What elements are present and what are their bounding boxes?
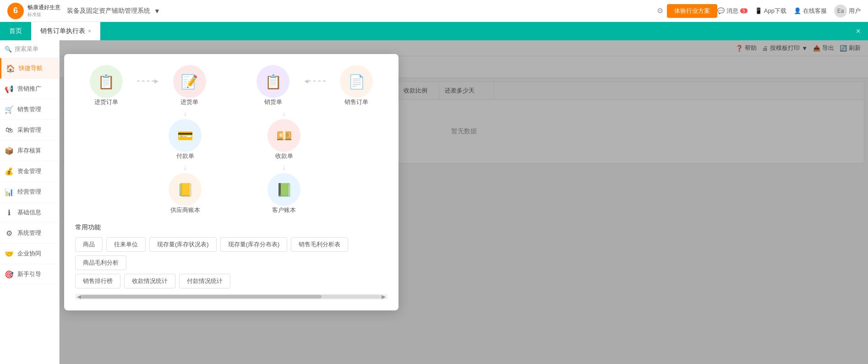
workflow-node-supplier-ledger[interactable]: 📒 供应商账本 bbox=[148, 173, 222, 214]
purchase-icon: 🛍 bbox=[5, 125, 14, 135]
finance-icon: 💰 bbox=[5, 167, 14, 176]
scroll-right-arrow[interactable]: ▶ bbox=[382, 293, 386, 300]
workflow-row-2: 💳 付款单 💴 收款单 bbox=[148, 119, 388, 160]
purchase-order-icon: 📋 bbox=[90, 65, 123, 98]
logo-area: 6 畅康通好生意 标准版 bbox=[7, 3, 67, 19]
sales-order-icon: 📄 bbox=[340, 65, 373, 98]
logo-text: 畅康通好生意 标准版 bbox=[27, 4, 60, 17]
purchase-order-label: 进货订单 bbox=[94, 98, 118, 106]
sidebar: 🔍 搜索菜单 🏠 快捷导航 📢 营销推广 🛒 销售管理 🛍 采购管理 📦 库存核… bbox=[0, 40, 60, 364]
payment-icon: 💳 bbox=[169, 119, 202, 152]
workflow-row-3: 📒 供应商账本 📗 客户账本 bbox=[148, 173, 388, 214]
close-all-tabs[interactable]: × bbox=[848, 22, 868, 40]
modal-scrollbar[interactable]: ◀ ▶ bbox=[75, 294, 388, 299]
top-header: 6 畅康通好生意 标准版 装备及固定资产辅助管理系统 ▼ ⚙ 体验行业方案 💬 … bbox=[0, 0, 868, 22]
home-icon: 🏠 bbox=[6, 64, 15, 73]
sidebar-item-system[interactable]: ⚙ 系统管理 bbox=[0, 223, 59, 244]
workflow-node-sales-doc[interactable]: 📋 销货单 bbox=[242, 65, 304, 106]
customer-ledger-icon: 📗 bbox=[267, 173, 300, 206]
common-functions-title: 常用功能 bbox=[75, 223, 388, 232]
sidebar-item-basic-info[interactable]: ℹ 基础信息 bbox=[0, 202, 59, 223]
sidebar-item-management[interactable]: 📊 经营管理 bbox=[0, 182, 59, 202]
sales-doc-label: 销货单 bbox=[264, 98, 282, 106]
purchase-doc-label: 进货单 bbox=[180, 98, 198, 106]
scroll-left-arrow[interactable]: ◀ bbox=[77, 293, 81, 300]
sidebar-item-sales[interactable]: 🛒 销售管理 bbox=[0, 99, 59, 120]
sales-doc-icon: 📋 bbox=[257, 65, 289, 98]
func-buttons-row-2: 销售排行榜 收款情况统计 付款情况统计 bbox=[75, 274, 388, 288]
workflow-modal: 📋 进货订单 ▶ 📝 bbox=[64, 54, 399, 310]
scroll-track bbox=[81, 295, 382, 299]
message-btn[interactable]: 💬 消息 5 bbox=[717, 7, 748, 15]
modal-overlay: 📋 进货订单 ▶ 📝 bbox=[60, 40, 868, 364]
nav-tabs: 首页 销售订单执行表 × × bbox=[0, 22, 868, 40]
sidebar-item-guide[interactable]: 🎯 新手引导 bbox=[0, 264, 59, 285]
workflow-node-receipt[interactable]: 💴 收款单 bbox=[247, 119, 321, 160]
chevron-down-icon[interactable]: ▼ bbox=[154, 7, 160, 15]
collab-icon: 🤝 bbox=[5, 249, 14, 258]
workflow-node-purchase-order[interactable]: 📋 进货订单 bbox=[75, 65, 137, 106]
message-icon: 💬 bbox=[717, 7, 725, 14]
download-icon: 📱 bbox=[755, 7, 762, 14]
user-avatar: Ea bbox=[834, 5, 847, 17]
system-title: 装备及固定资产辅助管理系统 ▼ bbox=[67, 7, 653, 15]
header-right: 💬 消息 5 📱 App下载 👤 在线客服 Ea 用户 bbox=[717, 5, 861, 17]
func-btn-sales-margin[interactable]: 销售毛利分析表 bbox=[291, 237, 348, 252]
inventory-icon: 📦 bbox=[5, 146, 14, 155]
payment-label: 付款单 bbox=[176, 152, 194, 160]
func-btn-sales-rank[interactable]: 销售排行榜 bbox=[75, 274, 120, 288]
message-badge: 5 bbox=[740, 8, 748, 13]
receipt-icon: 💴 bbox=[267, 119, 300, 152]
app-download-btn[interactable]: 📱 App下载 bbox=[755, 7, 786, 15]
sidebar-item-inventory[interactable]: 📦 库存核算 bbox=[0, 141, 59, 161]
func-btn-payment-stats[interactable]: 付款情况统计 bbox=[179, 274, 230, 288]
system-icon: ⚙ bbox=[5, 228, 14, 238]
purchase-doc-icon: 📝 bbox=[173, 65, 206, 98]
sidebar-search[interactable]: 🔍 搜索菜单 bbox=[0, 40, 59, 58]
arrow-down-3: ↓ bbox=[148, 162, 222, 173]
service-icon: 👤 bbox=[794, 7, 801, 14]
tab-close-icon[interactable]: × bbox=[88, 28, 91, 34]
sidebar-item-purchase[interactable]: 🛍 采购管理 bbox=[0, 120, 59, 141]
receipt-label: 收款单 bbox=[275, 152, 293, 160]
workflow-node-payment[interactable]: 💳 付款单 bbox=[148, 119, 222, 160]
arrow-2: ◀ bbox=[304, 78, 326, 84]
func-btn-receipt-stats[interactable]: 收款情况统计 bbox=[124, 274, 175, 288]
sidebar-item-finance[interactable]: 💰 资金管理 bbox=[0, 161, 59, 182]
supplier-ledger-label: 供应商账本 bbox=[170, 206, 200, 214]
workflow-row-1: 📋 进货订单 ▶ 📝 bbox=[75, 65, 388, 106]
tab-home[interactable]: 首页 bbox=[0, 22, 31, 40]
app-logo: 6 bbox=[7, 3, 24, 19]
func-btn-stock-dist[interactable]: 现存量(库存分布表) bbox=[220, 237, 288, 252]
close-all-icon: × bbox=[856, 27, 861, 36]
workflow-arrows-row: ↓ ↓ bbox=[148, 108, 388, 119]
search-icon: 🔍 bbox=[5, 46, 12, 53]
info-icon: ℹ bbox=[5, 208, 14, 217]
arrow-1: ▶ bbox=[137, 78, 158, 84]
sales-order-label: 销售订单 bbox=[344, 98, 368, 106]
online-service-btn[interactable]: 👤 在线客服 bbox=[794, 7, 827, 15]
user-profile[interactable]: Ea 用户 bbox=[834, 5, 861, 17]
guide-icon: 🎯 bbox=[5, 270, 14, 279]
gear-icon[interactable]: ⚙ bbox=[657, 6, 663, 15]
common-functions: 常用功能 商品 往来单位 现存量(库存状况表) 现存量(库存分布表) 销售毛利分… bbox=[75, 223, 388, 288]
workflow-diagram: 📋 进货订单 ▶ 📝 bbox=[75, 65, 388, 214]
sales-icon: 🛒 bbox=[5, 105, 14, 114]
sidebar-item-collab[interactable]: 🤝 企业协同 bbox=[0, 244, 59, 264]
tab-sales-order[interactable]: 销售订单执行表 × bbox=[31, 22, 100, 40]
supplier-ledger-icon: 📒 bbox=[169, 173, 202, 206]
workflow-node-sales-order[interactable]: 📄 销售订单 bbox=[326, 65, 388, 106]
workflow-node-customer-ledger[interactable]: 📗 客户账本 bbox=[247, 173, 321, 214]
arrow-down-2: ↓ bbox=[247, 108, 321, 119]
sidebar-item-quick-nav[interactable]: 🏠 快捷导航 bbox=[0, 58, 59, 79]
workflow-arrows-row-2: ↓ ↓ bbox=[148, 162, 388, 173]
sidebar-item-marketing[interactable]: 📢 营销推广 bbox=[0, 79, 59, 99]
workflow-node-purchase-doc[interactable]: 📝 进货单 bbox=[158, 65, 220, 106]
trial-button[interactable]: 体验行业方案 bbox=[667, 4, 717, 18]
arrow-down-4: ↓ bbox=[247, 162, 321, 173]
func-btn-product[interactable]: 商品 bbox=[75, 237, 103, 252]
main-layout: 🔍 搜索菜单 🏠 快捷导航 📢 营销推广 🛒 销售管理 🛍 采购管理 📦 库存核… bbox=[0, 40, 868, 364]
func-btn-partner[interactable]: 往来单位 bbox=[106, 237, 146, 252]
func-btn-stock-status[interactable]: 现存量(库存状况表) bbox=[149, 237, 217, 252]
func-btn-product-margin[interactable]: 商品毛利分析 bbox=[75, 255, 126, 270]
